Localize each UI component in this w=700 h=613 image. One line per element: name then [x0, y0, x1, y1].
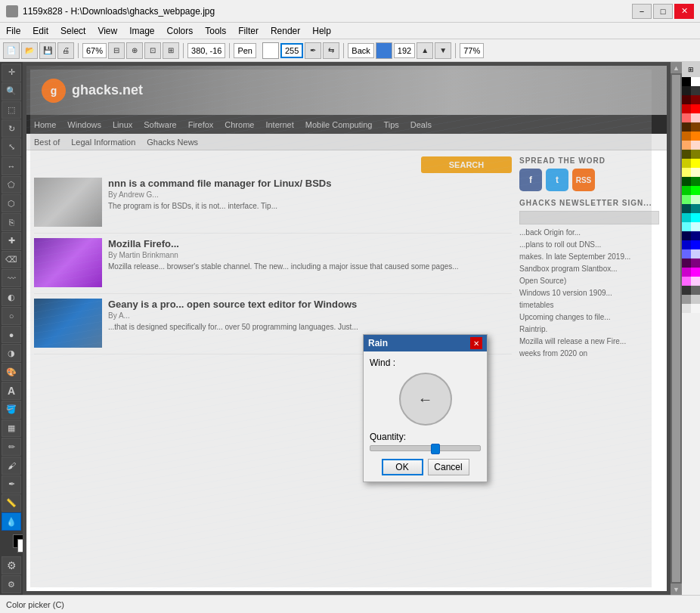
color-swatch[interactable]: [691, 141, 700, 150]
color-swatch[interactable]: [691, 222, 700, 231]
color-swatch[interactable]: [682, 186, 691, 195]
slider-thumb[interactable]: [431, 444, 440, 454]
color-swatch[interactable]: [691, 104, 700, 113]
color-swatch[interactable]: [691, 159, 700, 168]
color-swatch[interactable]: [682, 104, 691, 113]
color-swatch[interactable]: [682, 86, 691, 95]
color-swatch[interactable]: [682, 204, 691, 213]
nav-home[interactable]: Home: [34, 120, 56, 129]
nav-chrome[interactable]: Chrome: [225, 120, 254, 129]
tool-measure[interactable]: 📏: [2, 494, 21, 512]
nav-software[interactable]: Software: [144, 120, 176, 129]
pen-value-field[interactable]: 255: [280, 43, 303, 58]
tool-crop[interactable]: ⬚: [2, 101, 21, 119]
zoom-in-button[interactable]: ⊕: [126, 42, 143, 59]
color-swatch[interactable]: [682, 259, 691, 268]
nav-firefox[interactable]: Firefox: [188, 120, 214, 129]
color-swatch[interactable]: [682, 159, 691, 168]
tool-smudge[interactable]: 〰: [2, 269, 21, 287]
color-swatch[interactable]: [682, 304, 691, 313]
tool-colorize[interactable]: 🎨: [2, 363, 21, 381]
color-swatch[interactable]: [682, 195, 691, 204]
color-swatch[interactable]: [691, 186, 700, 195]
open-button[interactable]: 📂: [21, 42, 38, 59]
color-swatch[interactable]: [691, 231, 700, 240]
arrows-icon[interactable]: ⇆: [323, 42, 339, 59]
color-swatch[interactable]: [691, 259, 700, 268]
color-swatch[interactable]: [682, 240, 691, 249]
menu-select[interactable]: Select: [54, 23, 91, 39]
tool-brush[interactable]: 🖌: [2, 457, 21, 475]
color-swatch[interactable]: [691, 295, 700, 304]
color-swatch[interactable]: [682, 231, 691, 240]
email-input[interactable]: [519, 211, 659, 224]
nav-windows[interactable]: Windows: [67, 120, 101, 129]
color-swatch[interactable]: [691, 304, 700, 313]
tool-gradient[interactable]: ▦: [2, 420, 21, 438]
color-swatch[interactable]: [691, 213, 700, 222]
dialog-close-button[interactable]: ✕: [470, 337, 482, 349]
color-swatch[interactable]: [691, 113, 700, 122]
bg-color-btn[interactable]: [376, 42, 392, 59]
color-swatch[interactable]: [691, 204, 700, 213]
color-swatch[interactable]: [691, 132, 700, 141]
twitter-icon[interactable]: t: [546, 169, 568, 191]
tool-ink[interactable]: ✒: [2, 475, 21, 494]
save-button[interactable]: 💾: [39, 42, 56, 59]
minimize-button[interactable]: −: [632, 4, 652, 19]
facebook-icon[interactable]: f: [519, 169, 542, 191]
color-swatch[interactable]: [682, 268, 691, 277]
zoom-fit-button[interactable]: ⊡: [144, 42, 161, 59]
color-swatch[interactable]: [691, 195, 700, 204]
fg-color-btn[interactable]: [262, 42, 279, 59]
menu-colors[interactable]: Colors: [161, 23, 200, 39]
menu-file[interactable]: File: [0, 23, 26, 39]
color-swatch[interactable]: [682, 222, 691, 231]
tool-transform[interactable]: ⬡: [2, 194, 21, 212]
tool-erase[interactable]: ⌫: [2, 251, 21, 269]
color-swatch[interactable]: [682, 77, 691, 86]
scrollbar-thumb[interactable]: [672, 75, 680, 582]
tool-desaturate[interactable]: ◑: [2, 344, 21, 362]
step-down[interactable]: ▼: [435, 42, 451, 59]
color-swatch[interactable]: [691, 168, 700, 177]
search-button[interactable]: SEARCH: [421, 156, 512, 173]
quantity-slider[interactable]: [370, 445, 481, 451]
color-swatch[interactable]: [682, 113, 691, 122]
vertical-scrollbar[interactable]: ▲ ▼: [671, 62, 682, 595]
menu-image[interactable]: Image: [123, 23, 160, 39]
color-swatch[interactable]: [682, 177, 691, 186]
tool-burn[interactable]: ●: [2, 326, 21, 344]
color-swatch[interactable]: [682, 132, 691, 141]
color-swatch[interactable]: [682, 277, 691, 286]
color-swatch[interactable]: [691, 286, 700, 295]
color-swatch[interactable]: [691, 177, 700, 186]
nav-deals[interactable]: Deals: [410, 120, 432, 129]
color-swatch[interactable]: [691, 268, 700, 277]
color-swatch[interactable]: [682, 295, 691, 304]
maximize-button[interactable]: □: [653, 4, 673, 19]
menu-help[interactable]: Help: [306, 23, 337, 39]
grid-button[interactable]: ⊞: [163, 42, 179, 59]
menu-view[interactable]: View: [91, 23, 123, 39]
color-swatch[interactable]: [691, 277, 700, 286]
tool-settings[interactable]: ⚙: [2, 575, 21, 593]
nav-linux[interactable]: Linux: [113, 120, 132, 129]
step-up[interactable]: ▲: [417, 42, 433, 59]
tool-dodge[interactable]: ○: [2, 307, 21, 325]
color-swatch[interactable]: [682, 168, 691, 177]
color-swatch[interactable]: [682, 286, 691, 295]
tool-pencil[interactable]: ✏: [2, 438, 21, 456]
back-value-field[interactable]: 192: [394, 43, 415, 58]
tool-color-swap[interactable]: ⚙: [2, 556, 21, 574]
eyedropper-icon[interactable]: ✒: [305, 42, 321, 59]
subnav-legal[interactable]: Legal Information: [71, 138, 135, 147]
cancel-button[interactable]: Cancel: [428, 459, 469, 475]
color-swatch[interactable]: [691, 77, 700, 86]
tool-picker[interactable]: 💧: [2, 512, 21, 531]
color-swatch[interactable]: [691, 150, 700, 159]
color-swatch[interactable]: [691, 95, 700, 104]
tool-perspective[interactable]: ⬠: [2, 176, 21, 194]
color-swatch[interactable]: [682, 213, 691, 222]
tool-text[interactable]: A: [2, 382, 21, 400]
